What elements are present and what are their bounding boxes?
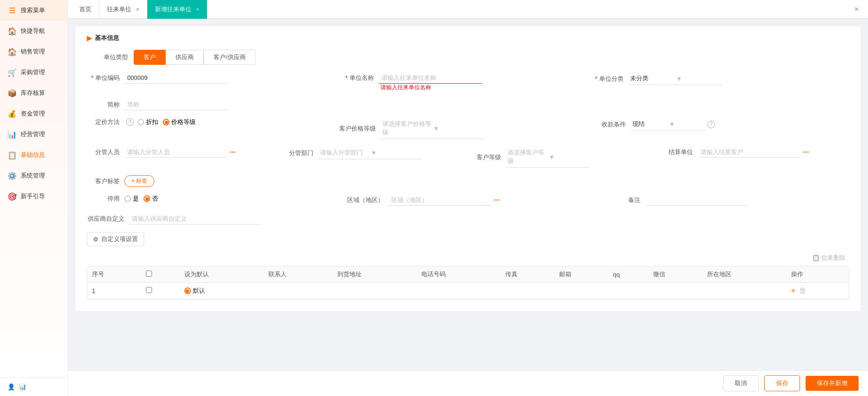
row-wechat — [648, 283, 702, 299]
col-actions: 操作 — [786, 266, 849, 283]
pricing-radio-price-level[interactable]: 价格等级 — [163, 118, 196, 126]
sidebar-label-basic: 基础信息 — [21, 151, 45, 159]
custom-settings-button[interactable]: ⚙ 自定义项设置 — [87, 232, 144, 246]
sidebar: ☰ 搜索菜单 🏠 快捷导航 🏠 销售管理 🛒 采购管理 📦 库存核算 💰 资金管… — [0, 0, 68, 396]
sidebar-label-sales: 销售管理 — [21, 47, 45, 56]
pricing-help-icon[interactable]: ? — [126, 118, 134, 126]
supplier-custom-input[interactable] — [129, 213, 260, 225]
disabled-radio-yes[interactable]: 是 — [124, 194, 139, 203]
window-close-button[interactable]: × — [849, 5, 864, 14]
row-phone — [417, 283, 501, 299]
pricing-radio-pricelevel-label: 价格等级 — [171, 118, 196, 126]
sidebar-item-inventory[interactable]: 📦 库存核算 — [0, 83, 68, 103]
row-manager: 分管人员 ··· 分管部门 请输入分管部门 ▼ 客户等级 请选择客户等级 ▼ — [87, 147, 849, 168]
type-btn-supplier[interactable]: 供应商 — [166, 50, 204, 65]
tab-partners[interactable]: 往来单位 × — [99, 0, 147, 19]
group-payment-terms: 收款条件 现结 ▼ ? — [598, 118, 849, 131]
cancel-button[interactable]: 取消 — [723, 375, 759, 391]
disabled-radio-no[interactable]: 否 — [144, 194, 158, 203]
sidebar-item-shortcut[interactable]: 🏠 快捷导航 — [0, 21, 68, 41]
area-input[interactable] — [388, 194, 492, 206]
settlement-dots-btn[interactable]: ··· — [801, 148, 811, 156]
department-chevron: ▼ — [371, 149, 419, 156]
form-card-basic: ▶ 基本信息 单位类型 客户 供应商 客户/供应商 单位编码 — [76, 26, 860, 311]
group-department: 分管部门 请输入分管部门 ▼ — [281, 147, 465, 159]
row-delivery-addr — [333, 283, 417, 299]
group-settlement: 结算单位 ··· — [665, 147, 849, 158]
unit-code-input[interactable] — [124, 72, 228, 84]
short-name-label: 简称 — [87, 101, 124, 109]
type-btn-customer[interactable]: 客户 — [134, 50, 166, 65]
unit-category-select[interactable]: 未分类 ▼ — [628, 72, 722, 85]
disabled-yes-label: 是 — [133, 194, 139, 203]
tab-partners-close[interactable]: × — [136, 6, 139, 13]
payment-terms-help-icon[interactable]: ? — [708, 121, 715, 128]
sidebar-item-operations[interactable]: 📊 经营管理 — [0, 124, 68, 145]
disabled-no-circle — [144, 195, 150, 202]
type-btn-both[interactable]: 客户/供应商 — [204, 50, 256, 65]
customer-price-level-select[interactable]: 请选择客户价格等级 ▼ — [381, 118, 484, 139]
customer-level-placeholder: 请选择客户等级 — [508, 148, 547, 165]
short-name-input[interactable] — [124, 99, 228, 110]
sidebar-bottom-icon2: 📊 — [19, 383, 26, 390]
manager-dots-btn[interactable]: ··· — [228, 148, 237, 156]
sidebar-item-sales[interactable]: 🏠 销售管理 — [0, 41, 68, 62]
customer-price-level-chevron: ▼ — [433, 125, 482, 132]
batch-delete-label[interactable]: 批量删除 — [821, 254, 845, 261]
department-select[interactable]: 请输入分管部门 ▼ — [318, 147, 421, 159]
group-tags: 客户标签 + 标签 — [87, 175, 849, 187]
group-remark: 备注 — [608, 194, 849, 206]
sidebar-item-purchase[interactable]: 🛒 采购管理 — [0, 62, 68, 83]
sidebar-label-inventory: 库存核算 — [21, 89, 45, 97]
group-supplier-custom: 供应商自定义 — [87, 213, 849, 225]
tab-new-partner[interactable]: 新增往来单位 × — [147, 0, 207, 19]
row-disabled-area-remark: 停用 是 否 区域（地区） ··· — [87, 194, 849, 206]
manager-input[interactable] — [124, 147, 228, 158]
tab-home[interactable]: 首页 — [72, 0, 99, 19]
unit-name-input[interactable] — [379, 72, 482, 84]
remark-input[interactable] — [645, 194, 748, 206]
row-add-button[interactable]: + — [791, 287, 795, 295]
contacts-table: 序号 设为默认 联系人 到货地址 电话号码 传真 邮箱 qq 微信 所在地区 操… — [87, 266, 849, 299]
row-default: 默认 — [180, 283, 264, 299]
inventory-icon: 📦 — [8, 88, 17, 98]
payment-terms-select[interactable]: 现结 ▼ — [631, 118, 706, 131]
settlement-input[interactable] — [698, 147, 801, 158]
row-default-radio[interactable]: 默认 — [184, 287, 259, 295]
sidebar-item-search[interactable]: ☰ 搜索菜单 — [0, 0, 68, 21]
tags-label: 客户标签 — [87, 177, 124, 186]
row-fax — [501, 283, 555, 299]
sidebar-label-guide: 新手引导 — [21, 192, 45, 201]
purchase-icon: 🛒 — [8, 68, 17, 77]
select-all-checkbox[interactable] — [146, 271, 152, 277]
row-delete-button[interactable]: 🗑 — [799, 287, 807, 295]
sidebar-item-basic[interactable]: 📋 基础信息 — [0, 145, 68, 165]
content-area: ▶ 基本信息 单位类型 客户 供应商 客户/供应商 单位编码 — [68, 19, 868, 370]
group-customer-price-level: 客户价格等级 请选择客户价格等级 ▼ — [338, 118, 590, 139]
tab-bar: 首页 往来单位 × 新增往来单位 × × — [68, 0, 868, 19]
group-unit-category: 单位分类 未分类 ▼ — [595, 72, 849, 85]
custom-settings-label: 自定义项设置 — [101, 235, 138, 243]
remark-label: 备注 — [608, 196, 645, 204]
unit-code-label: 单位编码 — [87, 74, 124, 82]
add-tag-button[interactable]: + 标签 — [124, 175, 154, 187]
tab-new-partner-close[interactable]: × — [196, 6, 199, 13]
group-area: 区域（地区） ··· — [347, 194, 589, 206]
sidebar-label-shortcut: 快捷导航 — [21, 27, 45, 35]
sidebar-item-finance[interactable]: 💰 资金管理 — [0, 103, 68, 124]
unit-name-label: 单位名称 — [341, 74, 379, 82]
main-area: 首页 往来单位 × 新增往来单位 × × ▶ 基本信息 单位类型 客户 供应商 … — [68, 0, 868, 396]
row-email — [555, 283, 609, 299]
sidebar-item-guide[interactable]: 🎯 新手引导 — [0, 186, 68, 207]
pricing-radio-discount[interactable]: 折扣 — [137, 118, 158, 126]
sidebar-item-system[interactable]: ⚙️ 系统管理 — [0, 165, 68, 186]
group-unit-code: 单位编码 — [87, 72, 341, 84]
save-new-button[interactable]: 保存并新增 — [806, 376, 859, 391]
row-checkbox-input[interactable] — [146, 287, 152, 293]
disabled-radio-group: 是 否 — [124, 194, 158, 203]
customer-level-select[interactable]: 请选择客户等级 ▼ — [506, 147, 590, 168]
area-dots-btn[interactable]: ··· — [492, 196, 502, 204]
save-button[interactable]: 保存 — [764, 375, 800, 391]
unit-name-error: 请输入往来单位名称 — [379, 84, 431, 91]
tab-new-partner-label: 新增往来单位 — [155, 5, 191, 14]
